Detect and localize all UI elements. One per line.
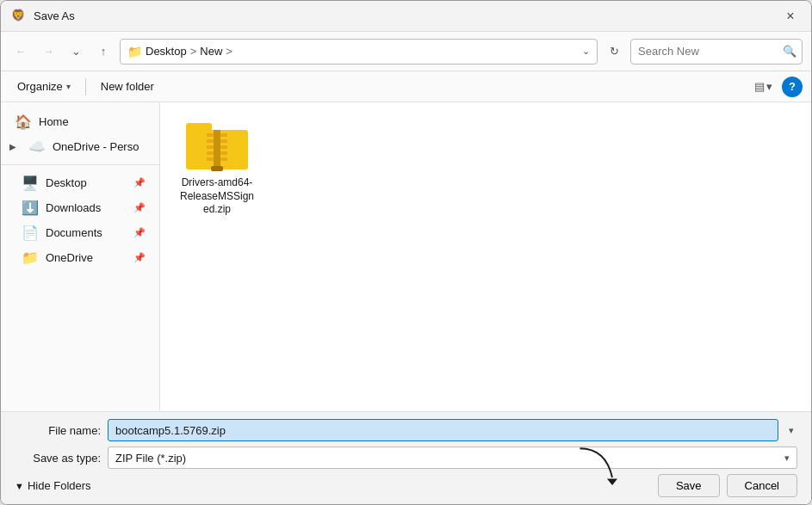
file-label-0: Drivers-amd64-ReleaseMSSigned.zip	[177, 176, 257, 217]
view-icon: ▤	[754, 80, 765, 93]
onedrive2-icon: 📁	[22, 249, 39, 266]
filename-label: File name:	[15, 424, 101, 437]
organize-label: Organize	[17, 80, 63, 93]
sidebar-label-desktop: Desktop	[46, 176, 127, 189]
address-bar[interactable]: 📁 Desktop > New > ⌄	[120, 39, 598, 65]
savetype-label: Save as type:	[15, 452, 101, 465]
savetype-row: Save as type: ZIP File (*.zip) ▾	[15, 446, 797, 469]
sidebar-item-onedrive[interactable]: ▶ ☁️ OneDrive - Perso	[4, 134, 156, 159]
new-folder-label: New folder	[101, 80, 154, 93]
breadcrumb-desktop[interactable]: Desktop	[146, 45, 187, 58]
hide-folders-button[interactable]: ▼ Hide Folders	[15, 479, 91, 492]
documents-icon: 📄	[22, 225, 39, 241]
close-button[interactable]: ×	[780, 6, 801, 27]
savetype-value: ZIP File (*.zip)	[115, 452, 784, 465]
toolbar-separator	[85, 78, 86, 95]
app-icon: 🦁	[11, 9, 27, 24]
organize-button[interactable]: Organize ▾	[9, 76, 78, 97]
nav-bar: ← → ⌄ ↑ 📁 Desktop > New > ⌄ ↻ 🔍	[1, 32, 811, 71]
svg-rect-10	[220, 145, 227, 149]
onedrive-icon: ☁️	[28, 139, 46, 155]
filename-row: File name: ▾	[15, 419, 797, 441]
home-icon: 🏠	[15, 114, 32, 130]
svg-rect-1	[186, 123, 212, 133]
search-input[interactable]	[638, 45, 783, 58]
desktop-pin-icon: 📌	[133, 177, 146, 188]
sidebar-item-desktop[interactable]: 🖥️ Desktop 📌	[4, 170, 156, 195]
help-button[interactable]: ?	[782, 77, 803, 97]
breadcrumb-new[interactable]: New	[200, 45, 222, 58]
bottom-buttons-row: ▼ Hide Folders Save Cancel	[15, 474, 797, 497]
svg-rect-4	[207, 139, 214, 143]
forward-button[interactable]: →	[37, 40, 59, 63]
view-button[interactable]: ▤ ▾	[748, 76, 778, 97]
sidebar-label-onedrive2: OneDrive	[46, 251, 127, 264]
recent-locations-button[interactable]: ⌄	[65, 40, 87, 63]
search-box: 🔍	[630, 39, 803, 65]
downloads-icon: ⬇️	[22, 200, 39, 216]
save-button[interactable]: Save	[658, 474, 720, 497]
main-content: 🏠 Home ▶ ☁️ OneDrive - Perso 🖥️ Desktop …	[1, 102, 811, 411]
sidebar: 🏠 Home ▶ ☁️ OneDrive - Perso 🖥️ Desktop …	[1, 102, 160, 411]
up-button[interactable]: ↑	[92, 40, 115, 63]
breadcrumb: Desktop > New >	[146, 45, 579, 58]
organize-dropdown-icon: ▾	[66, 82, 71, 91]
title-bar: 🦁 Save As ×	[1, 1, 811, 32]
zip-folder-icon	[186, 120, 248, 171]
sidebar-item-onedrive2[interactable]: 📁 OneDrive 📌	[4, 245, 156, 270]
svg-rect-11	[220, 151, 227, 155]
address-folder-icon: 📁	[127, 45, 142, 59]
svg-rect-9	[220, 139, 227, 143]
dialog-title: Save As	[34, 9, 780, 22]
address-dropdown-button[interactable]: ⌄	[582, 46, 590, 57]
breadcrumb-sep-1: >	[190, 45, 197, 58]
hide-folders-label: Hide Folders	[28, 479, 91, 492]
toolbar: Organize ▾ New folder ▤ ▾ ?	[1, 71, 811, 102]
hide-folders-chevron: ▼	[15, 481, 24, 491]
svg-rect-3	[207, 133, 214, 137]
savetype-select[interactable]: ZIP File (*.zip) ▾	[108, 446, 797, 469]
svg-marker-14	[607, 479, 617, 486]
refresh-button[interactable]: ↻	[603, 40, 625, 63]
file-area: Drivers-amd64-ReleaseMSSigned.zip	[160, 102, 811, 411]
bottom-area: File name: ▾ Save as type: ZIP File (*.z…	[1, 411, 811, 504]
svg-rect-5	[207, 145, 214, 149]
desktop-icon: 🖥️	[22, 175, 39, 191]
search-icon: 🔍	[783, 45, 797, 58]
filename-dropdown-icon[interactable]: ▾	[785, 425, 797, 436]
back-button[interactable]: ←	[9, 40, 32, 63]
documents-pin-icon: 📌	[133, 227, 146, 238]
svg-rect-13	[211, 166, 223, 171]
sidebar-label-downloads: Downloads	[46, 201, 127, 214]
onedrive2-pin-icon: 📌	[133, 252, 146, 263]
svg-rect-2	[214, 130, 220, 169]
new-folder-button[interactable]: New folder	[93, 76, 162, 97]
sidebar-label-home: Home	[39, 115, 146, 128]
view-dropdown-icon: ▾	[766, 80, 772, 93]
sidebar-label-documents: Documents	[46, 226, 127, 239]
svg-rect-7	[207, 157, 214, 161]
savetype-dropdown-icon: ▾	[784, 453, 790, 464]
onedrive-expand-icon: ▶	[9, 142, 22, 151]
filename-input[interactable]	[108, 419, 778, 441]
sidebar-divider-1	[1, 164, 159, 165]
svg-rect-6	[207, 151, 214, 155]
sidebar-label-onedrive: OneDrive - Perso	[53, 140, 146, 153]
downloads-pin-icon: 📌	[133, 202, 146, 213]
sidebar-item-documents[interactable]: 📄 Documents 📌	[4, 220, 156, 245]
file-item-0[interactable]: Drivers-amd64-ReleaseMSSigned.zip	[174, 113, 260, 224]
svg-rect-8	[220, 133, 227, 137]
sidebar-item-downloads[interactable]: ⬇️ Downloads 📌	[4, 195, 156, 220]
sidebar-item-home[interactable]: 🏠 Home	[4, 109, 156, 134]
breadcrumb-sep-2: >	[226, 45, 232, 58]
cancel-button[interactable]: Cancel	[727, 474, 797, 497]
svg-rect-12	[220, 157, 227, 161]
save-as-dialog: 🦁 Save As × ← → ⌄ ↑ 📁 Desktop > New > ⌄ …	[0, 0, 812, 505]
